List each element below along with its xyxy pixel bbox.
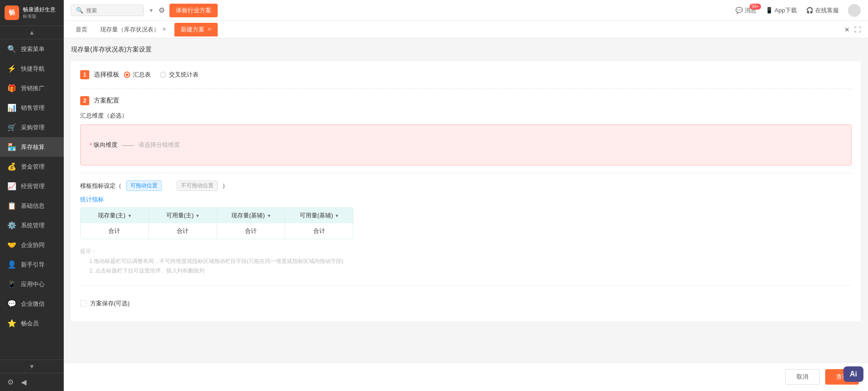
- app-logo-icon: 畅: [5, 5, 19, 20]
- stats-section-label: 统计指标: [80, 196, 852, 204]
- online-service-button[interactable]: 🎧 在线客服: [806, 6, 839, 15]
- app-download-button[interactable]: 📱 App下载: [766, 6, 797, 15]
- tab-new-scheme-close[interactable]: ✕: [207, 26, 211, 32]
- indicator-settings-row: 模板指标设定（ 可拖动位置 不可拖动位置 ）: [80, 180, 852, 191]
- sidebar-item-sales[interactable]: 📊 销售管理: [0, 98, 64, 118]
- sidebar-item-inventory[interactable]: 🏪 库存核算: [0, 137, 64, 157]
- dimension-required-mark: *: [90, 142, 92, 149]
- stats-col-4[interactable]: 可用量(基辅) ▾: [285, 208, 353, 223]
- save-scheme-checkbox[interactable]: [80, 300, 87, 307]
- section2-number: 2: [80, 96, 89, 105]
- search-icon: 🔍: [76, 7, 83, 14]
- topbar-gear-icon[interactable]: ⚙: [158, 6, 165, 15]
- sidebar-scroll-down[interactable]: ▼: [29, 362, 35, 371]
- stats-body-cell-2: 合计: [149, 223, 217, 239]
- dimension-dash: ——: [122, 142, 134, 149]
- stats-col-3-chevron[interactable]: ▾: [268, 213, 271, 219]
- trial-button[interactable]: 体验行业方案: [169, 4, 218, 17]
- tab-window-controls: ✕ ⛶: [844, 26, 861, 33]
- tab-inventory-close[interactable]: ✕: [162, 26, 166, 32]
- sidebar-nav: 🔍 搜索菜单 ⚡ 快捷导航 🎁 营销推广 📊 销售管理 🛒 采购管理 🏪 库存核…: [0, 39, 64, 360]
- sidebar-item-search[interactable]: 🔍 搜索菜单: [0, 39, 64, 59]
- tab-new-scheme[interactable]: 新建方案 ✕: [174, 23, 218, 36]
- sidebar-item-purchase[interactable]: 🛒 采购管理: [0, 118, 64, 137]
- section-config: 2 方案配置 汇总维度（必选） * 纵向维度 —— 请选择分组维度 模板指标设定…: [80, 96, 852, 276]
- section1-title: 选择模板: [94, 71, 119, 79]
- sidebar: 畅 畅康通好生意 标准版 ▲ 🔍 搜索菜单 ⚡ 快捷导航 🎁 营销推广 📊 销售…: [0, 0, 64, 391]
- sidebar-item-cooperation[interactable]: 🤝 企业协同: [0, 235, 64, 255]
- stats-col-2-chevron[interactable]: ▾: [196, 213, 199, 219]
- radio-cross[interactable]: 交叉统计表: [160, 71, 199, 79]
- tabs-bar: 首页 现存量（库存状况表） ✕ 新建方案 ✕ ✕ ⛶: [64, 21, 868, 38]
- dimension-placeholder-text: 请选择分组维度: [138, 141, 180, 149]
- sidebar-item-operation[interactable]: 📈 经营管理: [0, 176, 64, 196]
- dimension-box[interactable]: * 纵向维度 —— 请选择分组维度: [80, 124, 852, 165]
- section-divider-2: [80, 173, 852, 173]
- stats-col-1-chevron[interactable]: ▾: [128, 213, 131, 219]
- sidebar-item-wechat[interactable]: 💬 企业微信: [0, 294, 64, 314]
- stats-col-3[interactable]: 现存量(基辅) ▾: [217, 208, 286, 223]
- sidebar-item-label: 快捷导航: [21, 65, 45, 73]
- stats-col-2[interactable]: 可用量(主) ▾: [149, 208, 217, 223]
- indicator-settings-label: 模板指标设定（: [80, 182, 122, 190]
- search-input[interactable]: [86, 7, 132, 14]
- non-draggable-badge: 不可拖动位置: [177, 180, 218, 191]
- sidebar-item-member[interactable]: ⭐ 畅会员: [0, 314, 64, 333]
- sidebar-item-label: 库存核算: [21, 143, 45, 151]
- user-avatar[interactable]: [848, 4, 861, 17]
- stats-col-3-label: 现存量(基辅): [231, 211, 265, 220]
- settings-icon[interactable]: ⚙: [7, 378, 14, 386]
- section1-header: 1 选择模板 汇总表 交叉统计表: [80, 70, 852, 79]
- new-user-icon: 👤: [7, 260, 16, 269]
- app-download-icon: 📱: [766, 7, 773, 14]
- close-window-btn[interactable]: ✕: [844, 26, 850, 33]
- message-button[interactable]: 💬 消息 99+: [735, 6, 756, 15]
- radio-summary-circle: [124, 72, 130, 78]
- tab-home[interactable]: 首页: [71, 23, 92, 36]
- stats-body-cell-4: 合计: [285, 223, 353, 239]
- sidebar-item-label: 系统管理: [21, 221, 45, 230]
- stats-col-4-chevron[interactable]: ▾: [336, 213, 338, 219]
- sidebar-item-label: 资金管理: [21, 163, 45, 171]
- sidebar-item-quick-nav[interactable]: ⚡ 快捷导航: [0, 59, 64, 78]
- save-scheme-row: 方案保存(可选): [80, 293, 852, 312]
- section-divider-3: [80, 285, 852, 286]
- section1-number: 1: [80, 70, 89, 79]
- sidebar-item-finance[interactable]: 💰 资金管理: [0, 157, 64, 176]
- cancel-button[interactable]: 取消: [785, 369, 820, 385]
- tab-new-scheme-label: 新建方案: [181, 26, 204, 34]
- topbar: 🔍 ▼ ⚙ 体验行业方案 💬 消息 99+ 📱 App下载 🎧 在线客服: [64, 0, 868, 21]
- wechat-icon: 💬: [7, 299, 16, 308]
- radio-summary-label: 汇总表: [133, 71, 151, 79]
- dimension-label: 汇总维度（必选）: [80, 112, 852, 120]
- tab-inventory-label: 现存量（库存状况表）: [100, 26, 159, 34]
- radio-cross-circle: [160, 72, 166, 78]
- content-area: 现存量(库存状况表)方案设置 1 选择模板 汇总表 交叉统计表: [64, 38, 868, 362]
- system-icon: ⚙️: [7, 221, 16, 230]
- topbar-dropdown-arrow[interactable]: ▼: [148, 7, 154, 14]
- sidebar-logo: 畅 畅康通好生意 标准版: [0, 0, 64, 26]
- stats-col-1[interactable]: 现存量(主) ▾: [81, 208, 149, 223]
- stats-col-4-label: 可用量(基辅): [300, 211, 333, 220]
- dimension-field-label: 纵向维度: [94, 141, 117, 149]
- collapse-icon[interactable]: ◀: [21, 378, 26, 386]
- quick-nav-icon: ⚡: [7, 64, 16, 73]
- radio-summary[interactable]: 汇总表: [124, 71, 151, 79]
- sidebar-scroll-up[interactable]: ▲: [29, 28, 35, 37]
- sidebar-item-marketing[interactable]: 🎁 营销推广: [0, 78, 64, 98]
- app-center-icon: 📱: [7, 280, 16, 288]
- sidebar-item-label: 经营管理: [21, 182, 45, 190]
- sidebar-item-app-center[interactable]: 📱 应用中心: [0, 274, 64, 294]
- expand-window-btn[interactable]: ⛶: [854, 26, 861, 33]
- tab-inventory[interactable]: 现存量（库存状况表） ✕: [94, 23, 173, 36]
- sidebar-item-basic-info[interactable]: 📋 基础信息: [0, 196, 64, 216]
- sidebar-item-system[interactable]: ⚙️ 系统管理: [0, 216, 64, 235]
- member-icon: ⭐: [7, 319, 16, 328]
- topbar-left: 🔍 ▼ ⚙ 体验行业方案: [71, 4, 218, 17]
- draggable-badge: 可拖动位置: [126, 180, 162, 191]
- section2-header: 2 方案配置: [80, 96, 852, 105]
- template-radio-group: 汇总表 交叉统计表: [124, 71, 199, 79]
- sidebar-item-new-user[interactable]: 👤 新手引导: [0, 255, 64, 274]
- marketing-icon: 🎁: [7, 84, 16, 93]
- search-box[interactable]: 🔍: [71, 5, 144, 16]
